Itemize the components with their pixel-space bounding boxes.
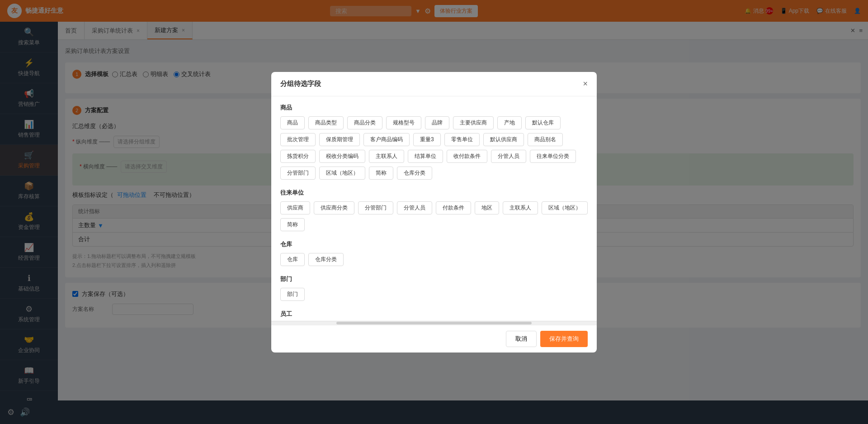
field-tag-main-contact[interactable]: 主联系人: [369, 150, 404, 163]
field-tag-main-contact2[interactable]: 主联系人: [503, 201, 538, 214]
department-field-tags: 部门: [280, 288, 588, 301]
field-tag-region2[interactable]: 区域（地区）: [542, 201, 588, 214]
field-tag-product-category[interactable]: 商品分类: [347, 116, 382, 129]
field-section-warehouse: 仓库 仓库 仓库分类: [280, 240, 588, 266]
save-query-button[interactable]: 保存并查询: [540, 331, 588, 347]
warehouse-section-title: 仓库: [280, 240, 588, 248]
field-tag-warehouse[interactable]: 仓库: [280, 253, 305, 266]
modal-hscroll[interactable]: [271, 321, 597, 325]
field-tag-product[interactable]: 商品: [280, 116, 305, 129]
field-section-department: 部门 部门: [280, 275, 588, 301]
field-tag-settlement-unit[interactable]: 结算单位: [408, 150, 443, 163]
field-tag-shelf-life[interactable]: 保质期管理: [319, 133, 360, 146]
field-tag-default-supplier[interactable]: 默认供应商: [483, 133, 524, 146]
warehouse-field-tags: 仓库 仓库分类: [280, 253, 588, 266]
modal-overlay: 分组待选字段 × 商品 商品 商品类型 商品分类 规格型号 品牌 主要供应商 产…: [0, 0, 868, 360]
department-section-title: 部门: [280, 275, 588, 283]
field-tag-retail-unit[interactable]: 零售单位: [444, 133, 480, 146]
modal-dialog: 分组待选字段 × 商品 商品 商品类型 商品分类 规格型号 品牌 主要供应商 产…: [271, 72, 597, 353]
field-tag-supervisor2[interactable]: 分管人员: [397, 201, 432, 214]
field-tag-area[interactable]: 地区: [475, 201, 499, 214]
field-tag-department[interactable]: 部门: [280, 288, 305, 301]
modal-title: 分组待选字段: [280, 80, 321, 88]
field-tag-wh-category[interactable]: 仓库分类: [397, 167, 432, 180]
field-tag-partner-category[interactable]: 往来单位分类: [530, 150, 576, 163]
field-tag-payment-terms[interactable]: 收付款条件: [447, 150, 487, 163]
cancel-button[interactable]: 取消: [506, 331, 537, 347]
field-tag-payment-cond[interactable]: 付款条件: [436, 201, 471, 214]
field-tag-brand[interactable]: 品牌: [425, 116, 449, 129]
field-tag-supplier-category[interactable]: 供应商分类: [314, 201, 354, 214]
field-tag-batch[interactable]: 批次管理: [280, 133, 316, 146]
field-tag-supervisor[interactable]: 分管人员: [491, 150, 526, 163]
partner-section-title: 往来单位: [280, 189, 588, 197]
modal-body: 商品 商品 商品类型 商品分类 规格型号 品牌 主要供应商 产地 默认仓库 批次…: [271, 96, 597, 321]
field-tag-tax-code[interactable]: 税收分类编码: [319, 150, 365, 163]
field-tag-main-supplier[interactable]: 主要供应商: [453, 116, 494, 129]
field-tag-dept[interactable]: 分管部门: [280, 167, 316, 180]
modal-footer: 取消 保存并查询: [271, 325, 597, 353]
field-section-partner: 往来单位 供应商 供应商分类 分管部门 分管人员 付款条件 地区 主联系人 区域…: [280, 189, 588, 231]
field-tag-spec[interactable]: 规格型号: [386, 116, 421, 129]
modal-header: 分组待选字段 ×: [271, 72, 597, 96]
product-field-tags: 商品 商品类型 商品分类 规格型号 品牌 主要供应商 产地 默认仓库 批次管理 …: [280, 116, 588, 180]
field-tag-alias[interactable]: 商品别名: [528, 133, 563, 146]
field-tag-weight[interactable]: 重量3: [413, 133, 441, 146]
partner-field-tags: 供应商 供应商分类 分管部门 分管人员 付款条件 地区 主联系人 区域（地区） …: [280, 201, 588, 231]
field-section-employee: 员工 业务员: [280, 310, 588, 321]
modal-close-button[interactable]: ×: [583, 79, 588, 89]
field-tag-short-name[interactable]: 简称: [369, 167, 393, 180]
field-tag-pick-score[interactable]: 拣货积分: [280, 150, 316, 163]
field-tag-supplier[interactable]: 供应商: [280, 201, 310, 214]
field-tag-region[interactable]: 区域（地区）: [319, 167, 365, 180]
hscroll-thumb: [336, 322, 532, 324]
field-tag-warehouse-cat[interactable]: 仓库分类: [308, 253, 344, 266]
field-tag-short-name2[interactable]: 简称: [280, 218, 305, 231]
field-tag-customer-code[interactable]: 客户商品编码: [363, 133, 410, 146]
field-tag-origin[interactable]: 产地: [497, 116, 522, 129]
field-tag-product-type[interactable]: 商品类型: [308, 116, 344, 129]
field-tag-dept2[interactable]: 分管部门: [358, 201, 393, 214]
product-section-title: 商品: [280, 104, 588, 112]
field-tag-default-warehouse[interactable]: 默认仓库: [525, 116, 561, 129]
field-section-product: 商品 商品 商品类型 商品分类 规格型号 品牌 主要供应商 产地 默认仓库 批次…: [280, 104, 588, 180]
employee-section-title: 员工: [280, 310, 588, 318]
